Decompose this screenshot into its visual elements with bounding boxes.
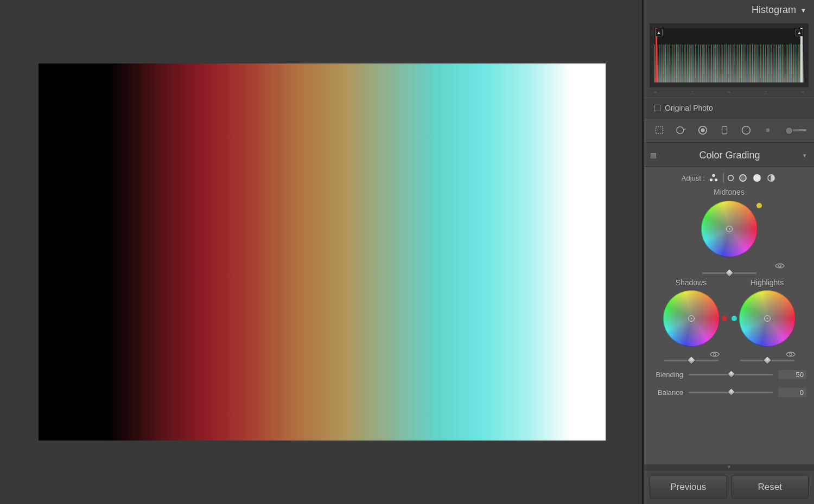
svg-point-12 (753, 174, 761, 182)
panel-options-icon[interactable]: ▾ (803, 152, 806, 159)
adjust-mode-row: Adjust : (652, 173, 806, 183)
svg-point-7 (712, 174, 715, 177)
highlight-clipping-toggle[interactable]: ▲ (796, 29, 803, 36)
svg-point-1 (677, 127, 684, 134)
blending-value[interactable]: 50 (778, 370, 806, 379)
color-grading-title: Color Grading (699, 150, 760, 161)
shadows-mode-icon[interactable] (723, 173, 734, 183)
svg-rect-4 (722, 126, 727, 134)
balance-slider-row: Balance 0 (652, 384, 806, 397)
tool-strip (644, 118, 814, 143)
blending-slider[interactable] (689, 374, 773, 375)
brush-tool-icon[interactable] (760, 123, 775, 138)
midtones-luminance-slider[interactable] (652, 272, 806, 274)
crop-tool-icon[interactable] (652, 123, 667, 138)
balance-value[interactable]: 0 (778, 388, 806, 397)
svg-point-5 (742, 126, 751, 135)
highlights-wheel-handle[interactable] (764, 315, 771, 322)
collapse-icon: ▼ (800, 7, 806, 14)
highlights-label: Highlights (751, 278, 784, 287)
midtones-label: Midtones (652, 188, 806, 196)
svg-point-8 (710, 178, 713, 181)
highlights-preview-icon[interactable] (786, 350, 794, 356)
svg-point-9 (715, 178, 717, 181)
global-mode-icon[interactable] (766, 173, 777, 183)
canvas-area (0, 0, 644, 504)
original-photo-label: Original Photo (665, 104, 713, 112)
shadows-wheel-handle[interactable] (688, 315, 695, 322)
shadows-label: Shadows (676, 278, 707, 287)
histogram-body (654, 28, 804, 82)
three-way-mode-icon[interactable] (708, 173, 719, 183)
radial-filter-tool-icon[interactable] (739, 123, 754, 138)
svg-point-11 (740, 175, 746, 181)
histogram-title: Histogram (752, 4, 796, 16)
highlights-mode-icon[interactable] (752, 173, 762, 183)
highlights-luminance-slider[interactable] (739, 360, 796, 361)
midtones-wheel-handle[interactable] (726, 226, 733, 232)
blending-slider-row: Blending 50 (652, 366, 806, 379)
preview-image (39, 63, 606, 441)
shadows-preview-icon[interactable] (710, 350, 718, 356)
redeye-tool-icon[interactable] (695, 123, 710, 138)
svg-rect-0 (656, 127, 663, 134)
panel-resize-grip-icon[interactable]: ▼ (644, 464, 814, 470)
adjust-label: Adjust : (682, 174, 705, 182)
shadows-hue-dot[interactable] (722, 316, 727, 321)
reset-button[interactable]: Reset (732, 476, 809, 499)
histogram-ticks: ––––– (644, 87, 814, 95)
svg-point-10 (728, 175, 734, 181)
original-photo-checkbox[interactable] (654, 105, 660, 111)
highlights-color-wheel[interactable] (739, 290, 796, 347)
panel-toggle-icon[interactable] (651, 153, 656, 158)
midtones-preview-icon[interactable] (775, 261, 784, 268)
color-grading-header[interactable]: Color Grading ▾ (644, 143, 814, 167)
midtones-color-wheel[interactable] (701, 201, 758, 257)
svg-point-15 (713, 353, 716, 356)
balance-slider[interactable] (689, 392, 773, 393)
graduated-filter-tool-icon[interactable] (717, 123, 732, 138)
spot-removal-tool-icon[interactable] (673, 123, 689, 138)
footer-buttons: Previous Reset (644, 470, 814, 504)
svg-point-6 (766, 129, 770, 132)
shadow-clipping-toggle[interactable]: ▲ (655, 29, 663, 36)
shadows-color-wheel[interactable] (663, 290, 720, 347)
midtones-mode-icon[interactable] (737, 173, 748, 183)
previous-button[interactable]: Previous (650, 476, 727, 499)
histogram-panel-header[interactable]: Histogram ▼ (644, 0, 814, 20)
svg-point-3 (701, 129, 704, 132)
svg-point-14 (779, 265, 781, 267)
color-grading-body: Adjust : Midtones (644, 167, 814, 464)
right-panel: Histogram ▼ ▲ ▲ ––––– Original Photo (644, 0, 814, 504)
balance-label: Balance (652, 388, 683, 397)
svg-point-16 (789, 353, 792, 356)
brush-size-slider[interactable] (785, 129, 806, 131)
midtones-hue-dot[interactable] (756, 203, 762, 208)
original-photo-row[interactable]: Original Photo (644, 98, 814, 118)
histogram-chart[interactable]: ▲ ▲ (650, 23, 809, 87)
blending-label: Blending (652, 371, 683, 379)
highlights-hue-dot[interactable] (732, 316, 737, 321)
shadows-luminance-slider[interactable] (663, 360, 720, 361)
